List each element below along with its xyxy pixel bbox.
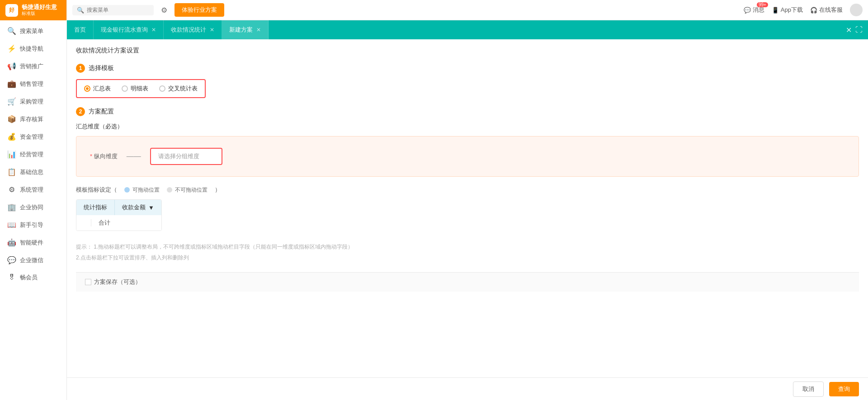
enterprise-icon: 🏢: [7, 203, 16, 212]
dimension-config: 汇总维度（必选） * 纵向维度 —— 请选择分组维度: [76, 122, 859, 177]
notification-button[interactable]: 💬 消息 99+: [744, 6, 764, 14]
stats-row-cell: [76, 219, 91, 226]
save-label: 方案保存（可选）: [94, 278, 141, 286]
download-button[interactable]: 📱 App下载: [772, 6, 803, 14]
sidebar-item-inventory[interactable]: 📦 库存核算: [0, 110, 66, 128]
stats-indicator-label: 统计指标: [76, 200, 115, 215]
download-icon: 📱: [772, 7, 779, 14]
finance-icon: 💰: [7, 132, 16, 141]
sidebar-item-member[interactable]: 🎖 畅会员: [0, 269, 66, 286]
quick-nav-icon: ⚡: [7, 44, 16, 53]
download-label: App下载: [781, 6, 803, 14]
tab-close-btn[interactable]: ✕: [846, 26, 852, 34]
tab-bar-actions: ✕ ⛶: [846, 26, 868, 34]
section1-header: 1 选择模板: [76, 64, 859, 73]
content-area: 收款情况统计方案设置 1 选择模板 汇总表 明细表: [67, 39, 868, 377]
legend-draggable: 可拖动位置: [124, 186, 160, 194]
indicator-title-prefix: 模板指标设定（: [76, 186, 117, 194]
tip-2: 2.点击标题栏下拉可设置排序、插入列和删除列: [76, 252, 859, 263]
sidebar-item-label: 搜索菜单: [20, 27, 43, 35]
gear-button[interactable]: ⚙: [157, 3, 171, 17]
radio-detail[interactable]: 明细表: [122, 85, 148, 93]
member-icon: 🎖: [7, 273, 16, 282]
dimension-group-label: 汇总维度（必选）: [76, 122, 859, 131]
stats-header-row: 统计指标 收款金额 ▼: [76, 200, 161, 215]
template-select-group: 汇总表 明细表 交叉统计表: [76, 79, 206, 98]
wechat-icon: 💬: [7, 256, 16, 264]
section-template: 1 选择模板 汇总表 明细表: [76, 64, 859, 98]
page-content: 收款情况统计方案设置 1 选择模板 汇总表 明细表: [67, 39, 868, 377]
sidebar-item-finance[interactable]: 💰 资金管理: [0, 128, 66, 146]
save-option[interactable]: 方案保存（可选）: [85, 278, 850, 286]
section2-header: 2 方案配置: [76, 107, 859, 116]
search-input[interactable]: [87, 7, 146, 13]
sidebar-item-enterprise[interactable]: 🏢 企业协同: [0, 198, 66, 216]
stats-col-dropdown[interactable]: 收款金额 ▼: [122, 203, 154, 212]
sidebar-item-label: 资金管理: [20, 133, 43, 141]
tips-area: 提示： 1.拖动标题栏可以调整布局，不可跨维度或指标区域拖动栏目字段（只能在同一…: [76, 241, 859, 263]
section1-title: 选择模板: [89, 64, 114, 72]
non-draggable-dot: [167, 187, 172, 193]
sidebar-item-label: 营销推广: [20, 62, 43, 71]
footer: 取消 查询: [67, 377, 868, 400]
sidebar-item-label: 企业微信: [20, 256, 43, 264]
sidebar-item-label: 快捷导航: [20, 45, 43, 53]
indicator-section: 模板指标设定（ 可拖动位置 不可拖动位置 ）: [76, 186, 859, 263]
sidebar-item-label: 销售管理: [20, 80, 43, 88]
sidebar-item-label: 智能硬件: [20, 239, 43, 247]
sidebar-item-purchase[interactable]: 🛒 采购管理: [0, 93, 66, 110]
sidebar: 好 畅捷通好生意 标准版 🔍 搜索菜单 ⚡ 快捷导航 📢 营销推广 💼 销售管理…: [0, 0, 67, 400]
search-icon: 🔍: [7, 27, 16, 35]
tab-cash-flow-label: 现金银行流水查询: [101, 26, 148, 34]
sidebar-item-wechat[interactable]: 💬 企业微信: [0, 251, 66, 269]
dimension-area: * 纵向维度 —— 请选择分组维度: [76, 136, 859, 177]
tab-collection-stats[interactable]: 收款情况统计 ✕: [164, 20, 222, 39]
sidebar-item-sales[interactable]: 💼 销售管理: [0, 75, 66, 93]
tab-new-plan[interactable]: 新建方案 ✕: [222, 20, 269, 39]
tab-home-label: 首页: [74, 26, 86, 34]
sidebar-item-guide[interactable]: 📖 新手引导: [0, 216, 66, 234]
radio-cross[interactable]: 交叉统计表: [159, 85, 198, 93]
section1-num: 1: [76, 64, 85, 73]
radio-detail-label: 明细表: [131, 85, 148, 93]
marketing-icon: 📢: [7, 62, 16, 71]
tab-cash-flow[interactable]: 现金银行流水查询 ✕: [94, 20, 164, 39]
topbar: 🔍 ⚙ 体验行业方案 💬 消息 99+ 📱 App下载 🎧 在线客服: [67, 0, 868, 20]
tab-cash-flow-close[interactable]: ✕: [151, 27, 156, 33]
sidebar-item-label: 库存核算: [20, 115, 43, 123]
sidebar-item-label: 系统管理: [20, 186, 43, 194]
sidebar-item-marketing[interactable]: 📢 营销推广: [0, 57, 66, 75]
sidebar-item-system[interactable]: ⚙ 系统管理: [0, 181, 66, 198]
radio-summary-circle: [84, 85, 90, 92]
cancel-button[interactable]: 取消: [793, 381, 824, 397]
stats-col-header[interactable]: 收款金额 ▼: [115, 200, 161, 215]
sidebar-item-quick-nav[interactable]: ⚡ 快捷导航: [0, 40, 66, 57]
notification-badge: 99+: [757, 2, 768, 7]
save-checkbox[interactable]: [85, 279, 91, 285]
trial-button[interactable]: 体验行业方案: [175, 3, 224, 17]
query-button[interactable]: 查询: [829, 382, 859, 396]
section2-title: 方案配置: [89, 108, 114, 116]
non-draggable-label: 不可拖动位置: [175, 186, 208, 194]
tab-new-plan-close[interactable]: ✕: [256, 27, 261, 33]
section-config: 2 方案配置 汇总维度（必选） * 纵向维度 —— 请选择分组维度: [76, 107, 859, 263]
sidebar-item-search[interactable]: 🔍 搜索菜单: [0, 22, 66, 40]
topbar-search-box[interactable]: 🔍: [72, 5, 154, 15]
support-button[interactable]: 🎧 在线客服: [810, 6, 843, 14]
draggable-dot: [124, 187, 130, 193]
tab-home[interactable]: 首页: [67, 20, 94, 39]
radio-cross-circle: [159, 85, 165, 92]
sidebar-item-basic-info[interactable]: 📋 基础信息: [0, 163, 66, 181]
tab-expand-btn[interactable]: ⛶: [855, 26, 863, 34]
user-avatar[interactable]: [850, 4, 863, 16]
sidebar-item-operations[interactable]: 📊 经营管理: [0, 146, 66, 163]
stats-total-cell: 合计: [91, 215, 118, 231]
sidebar-logo: 好 畅捷通好生意 标准版: [0, 0, 66, 20]
sidebar-item-hardware[interactable]: 🤖 智能硬件: [0, 234, 66, 251]
section2-num: 2: [76, 107, 85, 116]
tab-collection-stats-close[interactable]: ✕: [210, 27, 214, 33]
dimension-input[interactable]: 请选择分组维度: [150, 148, 222, 165]
radio-summary[interactable]: 汇总表: [84, 85, 111, 93]
sidebar-item-label: 新手引导: [20, 221, 43, 229]
sidebar-nav: 🔍 搜索菜单 ⚡ 快捷导航 📢 营销推广 💼 销售管理 🛒 采购管理 📦 库存核…: [0, 20, 66, 400]
